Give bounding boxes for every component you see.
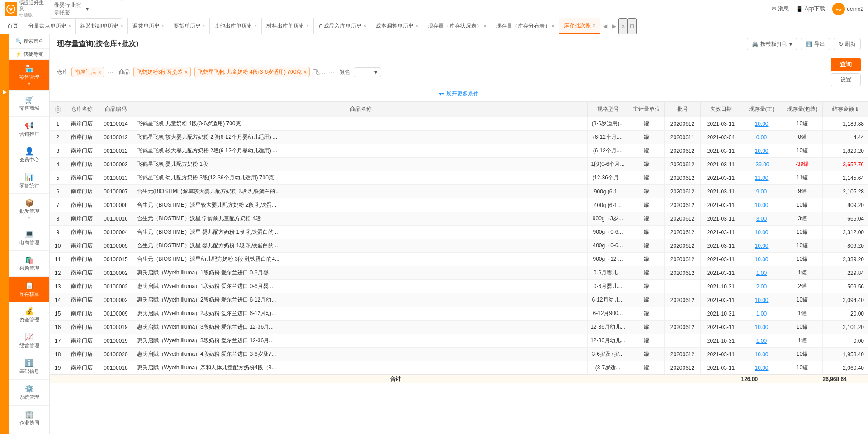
- cell-spec: 900g (6-1...: [588, 185, 628, 198]
- color-dropdown[interactable]: ▾: [354, 67, 381, 77]
- cell-stock-main[interactable]: 10.00: [741, 117, 782, 131]
- sidebar-item-ecommerce[interactable]: 💻 电商管理: [9, 225, 49, 251]
- cell-expire: 2021-03-11: [701, 158, 741, 171]
- tab-close-cost-adjust[interactable]: ×: [415, 24, 418, 28]
- sidebar-item-enterprise[interactable]: 🏢 企业协同: [9, 406, 49, 431]
- warehouse-filter-tag[interactable]: 南岸门店 ×: [71, 67, 104, 77]
- tab-close-disassemble[interactable]: ×: [120, 24, 123, 28]
- sidebar-item-retail-store[interactable]: 🛒 零售商城: [9, 91, 49, 117]
- tab-material-out[interactable]: 材料出库单历史 ×: [262, 18, 314, 34]
- cell-no: 19: [50, 361, 66, 375]
- sidebar-item-member[interactable]: 👤 会员中心: [9, 142, 49, 168]
- cell-unit: 罐: [628, 144, 665, 158]
- tab-split-history[interactable]: 分量盘点单历史 ×: [24, 18, 76, 34]
- product-more[interactable]: 飞...: [313, 68, 325, 76]
- cell-unit: 罐: [628, 334, 665, 348]
- tab-max-btn[interactable]: ⊡: [627, 18, 637, 34]
- sidebar-item-retail-mgmt[interactable]: 🏪 零售管理 ▼: [9, 60, 49, 91]
- sidebar-item-wholesale[interactable]: 📦 批发管理 ▼: [9, 194, 49, 225]
- cell-stock-main[interactable]: 9.00: [741, 185, 782, 198]
- cell-stock-main[interactable]: 1.00: [741, 266, 782, 280]
- org-selector[interactable]: 母婴行业演示账套 ▾: [50, 0, 122, 19]
- tab-cost-adjust[interactable]: 成本调整单历史 ×: [371, 18, 423, 34]
- tab-close-product-in[interactable]: ×: [363, 24, 366, 28]
- tab-req-history[interactable]: 要货单历史 ×: [169, 18, 210, 34]
- sidebar-item-retail-stats[interactable]: 📊 零售统计: [9, 168, 49, 194]
- sidebar-item-finance[interactable]: 💰 资金管理: [9, 302, 49, 328]
- cell-stock-main[interactable]: 10.00: [741, 293, 782, 307]
- sidebar-item-new-guide[interactable]: 📖 新手引导: [9, 431, 49, 434]
- cell-stock-main[interactable]: -39.00: [741, 158, 782, 171]
- tab-check-history[interactable]: 调拨单历史 ×: [128, 18, 169, 34]
- cell-stock-main[interactable]: 10.00: [741, 348, 782, 361]
- sidebar-item-marketing[interactable]: 📢 营销推广: [9, 117, 49, 142]
- cell-stock-pack: 1罐: [782, 266, 823, 280]
- sidebar-item-system[interactable]: ⚙️ 系统管理: [9, 380, 49, 406]
- footer-balance: 26,968.64: [823, 375, 868, 383]
- sidebar-search[interactable]: 🔍 搜索菜单: [9, 34, 49, 49]
- cell-expire: 2021-10-31: [701, 280, 741, 293]
- settings-btn[interactable]: 设置: [831, 73, 861, 86]
- cell-stock-main[interactable]: 1.00: [741, 334, 782, 348]
- cell-stock-main[interactable]: 10.00: [741, 239, 782, 253]
- export-btn[interactable]: ⬇️ 导出: [801, 38, 830, 50]
- tab-close-material-out[interactable]: ×: [306, 24, 309, 28]
- tab-prev-btn[interactable]: ◀: [600, 18, 609, 34]
- cell-stock-main[interactable]: 10.00: [741, 226, 782, 239]
- refresh-btn[interactable]: ↻ 刷新: [834, 38, 861, 50]
- cell-batch: 20200612: [665, 185, 701, 198]
- product-tag-2-close[interactable]: ×: [303, 69, 307, 75]
- sidebar-item-basic[interactable]: ℹ️ 基础信息: [9, 354, 49, 380]
- sidebar-item-operations[interactable]: 📈 经营管理: [9, 328, 49, 354]
- warehouse-more[interactable]: ···: [108, 69, 113, 76]
- cell-stock-main[interactable]: 10.00: [741, 198, 782, 212]
- tab-close-stock-status[interactable]: ×: [484, 24, 486, 28]
- cell-stock-main[interactable]: 11.00: [741, 171, 782, 185]
- tab-home[interactable]: 首页: [2, 18, 24, 34]
- print-btn[interactable]: 🖨️ 按模板打印 ▾: [747, 38, 797, 50]
- cell-stock-main[interactable]: 10.00: [741, 361, 782, 375]
- tab-close-batch[interactable]: ×: [593, 23, 595, 28]
- tab-next-btn[interactable]: ▶: [609, 18, 618, 34]
- tab-close-all-btn[interactable]: ×: [618, 18, 627, 34]
- cell-stock-main[interactable]: 3.00: [741, 212, 782, 226]
- table-header-row: ⚙ 仓库名称 商品编码 商品名称 规格型号 主计量单位 批号 失效日期 现存量(…: [50, 102, 868, 117]
- cell-stock-main[interactable]: 0.00: [741, 131, 782, 144]
- filter-row: 仓库 南岸门店 × ··· 商品 飞鹤奶粉3段两提装 × 飞鹤星飞帆 儿童: [57, 58, 861, 86]
- warehouse-tag-close[interactable]: ×: [98, 69, 101, 75]
- settings-col-icon[interactable]: ⚙: [55, 106, 61, 113]
- cell-stock-main[interactable]: 2.00: [741, 280, 782, 293]
- expand-conditions-btn[interactable]: ▾▾ 展开更多条件: [57, 90, 861, 98]
- sidebar-quick-nav[interactable]: ⚡ 快捷导航: [9, 49, 49, 60]
- cell-stock-main[interactable]: 1.00: [741, 307, 782, 321]
- tab-product-in[interactable]: 产成品入库单历史 ×: [314, 18, 371, 34]
- tab-batch-account[interactable]: 库存批次账 ×: [559, 18, 600, 34]
- cell-batch: 20200612: [665, 117, 701, 131]
- tab-close-stock-dist[interactable]: ×: [552, 24, 555, 28]
- cell-product-code: 00100019: [98, 321, 134, 334]
- app-download-btn[interactable]: 📱 App下载: [796, 5, 825, 13]
- product-more-dots[interactable]: ···: [329, 69, 334, 76]
- col-settings[interactable]: ⚙: [50, 102, 66, 117]
- product-tag-1[interactable]: 飞鹤奶粉3段两提装 ×: [133, 67, 191, 77]
- tab-disassemble-history[interactable]: 组装拆卸单历史 ×: [76, 18, 128, 34]
- tab-close-other-out[interactable]: ×: [254, 24, 257, 28]
- product-tag-2[interactable]: 飞鹤星飞帆 儿童奶粉 4段(3-6岁适用) 700克 ×: [194, 67, 310, 77]
- tab-close-req[interactable]: ×: [203, 24, 205, 28]
- product-tag-1-close[interactable]: ×: [184, 69, 188, 75]
- sidebar-item-inventory[interactable]: 📋 库存核算: [9, 277, 49, 302]
- user-avatar-btn[interactable]: Ea demo2: [832, 3, 863, 15]
- tab-close-split[interactable]: ×: [68, 24, 71, 28]
- tab-close-check[interactable]: ×: [161, 24, 164, 28]
- sidebar-toggle[interactable]: ▶: [0, 34, 9, 434]
- message-btn[interactable]: ✉ 消息: [772, 5, 789, 13]
- sidebar-item-purchase[interactable]: 🛍️ 采购管理: [9, 251, 49, 277]
- cell-stock-main[interactable]: 10.00: [741, 144, 782, 158]
- tab-other-out[interactable]: 其他出库单历史 ×: [210, 18, 262, 34]
- cell-product-code: 00100009: [98, 307, 134, 321]
- search-btn[interactable]: 查询: [831, 58, 861, 71]
- cell-stock-main[interactable]: 10.00: [741, 253, 782, 266]
- tab-stock-dist[interactable]: 现存量（库存分布表） ×: [491, 18, 560, 34]
- cell-stock-main[interactable]: 10.00: [741, 321, 782, 334]
- tab-stock-status[interactable]: 现存量（库存状况表） ×: [423, 18, 491, 34]
